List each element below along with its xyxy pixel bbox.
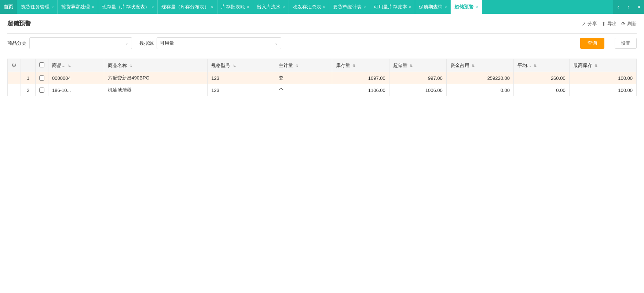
row-gear-cell [8, 72, 21, 84]
table-row: 2 186-10... 机油滤清器 123 个 1106.00 1006.00 … [8, 84, 637, 96]
close-pick-task[interactable]: × [51, 5, 54, 9]
row-stock: 1106.00 [332, 84, 389, 96]
page-title: 超储预警 [7, 20, 31, 27]
row-checkbox-cell[interactable] [36, 84, 48, 96]
nav-home[interactable]: 首页 [0, 0, 17, 14]
close-inventory-status[interactable]: × [151, 5, 154, 9]
refresh-button[interactable]: ⟳ 刷新 [621, 21, 637, 27]
close-summary[interactable]: × [323, 5, 325, 9]
filter-category-group: 商品分类 ⌄ [7, 37, 132, 49]
sort-max-stock-icon: ⇅ [594, 64, 597, 68]
nav-overstock[interactable]: 超储预警 × [451, 0, 482, 14]
data-table: ⚙ 商品... ⇅ 商品名称 ⇅ 规格型号 ⇅ [7, 59, 637, 96]
filter-row: 商品分类 ⌄ 数据源 可用量 ⌄ 查询 设置 [7, 34, 637, 53]
row-checkbox-0[interactable] [39, 75, 44, 81]
datasource-select-value: 可用量 [160, 40, 174, 47]
row-overstock: 1006.00 [389, 84, 446, 96]
row-unit: 套 [275, 72, 332, 84]
close-pick-exception[interactable]: × [92, 5, 94, 9]
top-nav: 首页 拣货任务管理 × 拣货异常处理 × 现存量（库存状况表） × 现存量（库存… [0, 0, 644, 14]
row-checkbox-cell[interactable] [36, 72, 48, 84]
th-stock[interactable]: 库存量 ⇅ [332, 59, 389, 72]
sort-avg-icon: ⇅ [534, 64, 537, 68]
th-gear[interactable]: ⚙ [8, 59, 21, 72]
nav-expiry[interactable]: 保质期查询 × [415, 0, 451, 14]
th-product-name[interactable]: 商品名称 ⇅ [104, 59, 208, 72]
row-seq: 2 [21, 84, 36, 96]
gear-icon[interactable]: ⚙ [11, 62, 17, 68]
row-capital: 0.00 [446, 84, 513, 96]
row-product-name: 六配套新昌490BPG [104, 72, 208, 84]
th-product-code[interactable]: 商品... ⇅ [48, 59, 104, 72]
page-header: 超储预警 ↗ 分享 ⬆ 导出 ⟳ 刷新 [7, 20, 637, 27]
filter-datasource-group: 数据源 可用量 ⌄ [139, 37, 281, 49]
row-overstock: 997.00 [389, 72, 446, 84]
category-label: 商品分类 [7, 40, 26, 47]
export-icon: ⬆ [601, 21, 606, 27]
nav-batch-account[interactable]: 库存批次账 × [217, 0, 253, 14]
category-select[interactable]: ⌄ [29, 37, 132, 49]
nav-next-btn[interactable]: › [623, 0, 634, 14]
th-max-stock[interactable]: 最高库存 ⇅ [569, 59, 636, 72]
export-button[interactable]: ⬆ 导出 [601, 21, 617, 27]
nav-summary[interactable]: 收发存汇总表 × [289, 0, 329, 14]
category-dropdown-icon: ⌄ [125, 41, 129, 46]
nav-inventory-status[interactable]: 现存量（库存状况表） × [98, 0, 158, 14]
sort-product-name-icon: ⇅ [129, 64, 132, 68]
close-available-book[interactable]: × [409, 5, 411, 9]
datasource-dropdown-icon: ⌄ [274, 41, 278, 46]
sort-product-code-icon: ⇅ [68, 64, 71, 68]
select-all-checkbox[interactable] [39, 62, 44, 67]
row-checkbox-1[interactable] [39, 88, 44, 93]
th-avg[interactable]: 平均... ⇅ [514, 59, 570, 72]
close-flow[interactable]: × [282, 5, 285, 9]
row-capital: 259220.00 [446, 72, 513, 84]
th-checkbox[interactable] [36, 59, 48, 72]
nav-pick-task[interactable]: 拣货任务管理 × [17, 0, 58, 14]
close-expiry[interactable]: × [444, 5, 447, 9]
share-button[interactable]: ↗ 分享 [582, 21, 597, 27]
row-spec: 123 [208, 84, 275, 96]
nav-flow[interactable]: 出入库流水 × [253, 0, 289, 14]
datasource-select[interactable]: 可用量 ⌄ [157, 37, 281, 49]
nav-order-stats[interactable]: 要货单统计表 × [329, 0, 370, 14]
row-max-stock: 100.00 [569, 84, 636, 96]
nav-arrows: ‹ › × [613, 0, 644, 14]
sort-stock-icon: ⇅ [352, 64, 355, 68]
row-avg: 260.00 [514, 72, 570, 84]
sort-capital-icon: ⇅ [472, 64, 475, 68]
datasource-label: 数据源 [139, 40, 154, 47]
th-overstock[interactable]: 超储量 ⇅ [389, 59, 446, 72]
share-icon: ↗ [582, 21, 586, 27]
sort-unit-icon: ⇅ [295, 64, 298, 68]
close-inventory-dist[interactable]: × [211, 5, 213, 9]
nav-pick-exception[interactable]: 拣货异常处理 × [58, 0, 98, 14]
nav-available-book[interactable]: 可用量库存账本 × [370, 0, 415, 14]
row-spec: 123 [208, 72, 275, 84]
sort-spec-icon: ⇅ [233, 64, 236, 68]
th-unit[interactable]: 主计量 ⇅ [275, 59, 332, 72]
row-seq: 1 [21, 72, 36, 84]
nav-inventory-dist[interactable]: 现存量（库存分布表） × [158, 0, 217, 14]
close-overstock[interactable]: × [475, 5, 477, 9]
th-seq [21, 59, 36, 72]
th-spec[interactable]: 规格型号 ⇅ [208, 59, 275, 72]
nav-close-btn[interactable]: × [634, 0, 644, 14]
row-product-name: 机油滤清器 [104, 84, 208, 96]
row-gear-cell [8, 84, 21, 96]
row-stock: 1097.00 [332, 72, 389, 84]
nav-prev-btn[interactable]: ‹ [613, 0, 623, 14]
refresh-icon: ⟳ [621, 21, 626, 27]
header-actions: ↗ 分享 ⬆ 导出 ⟳ 刷新 [582, 21, 637, 27]
th-capital[interactable]: 资金占用 ⇅ [446, 59, 513, 72]
row-product-code: 186-10... [48, 84, 104, 96]
settings-button[interactable]: 设置 [615, 38, 637, 49]
row-unit: 个 [275, 84, 332, 96]
sort-overstock-icon: ⇅ [410, 64, 413, 68]
page-content: 超储预警 ↗ 分享 ⬆ 导出 ⟳ 刷新 商品分类 ⌄ [0, 14, 644, 293]
row-max-stock: 100.00 [569, 72, 636, 84]
query-button[interactable]: 查询 [580, 38, 604, 49]
close-order-stats[interactable]: × [363, 5, 366, 9]
table-row: 1 0000004 六配套新昌490BPG 123 套 1097.00 997.… [8, 72, 637, 84]
close-batch-account[interactable]: × [247, 5, 249, 9]
